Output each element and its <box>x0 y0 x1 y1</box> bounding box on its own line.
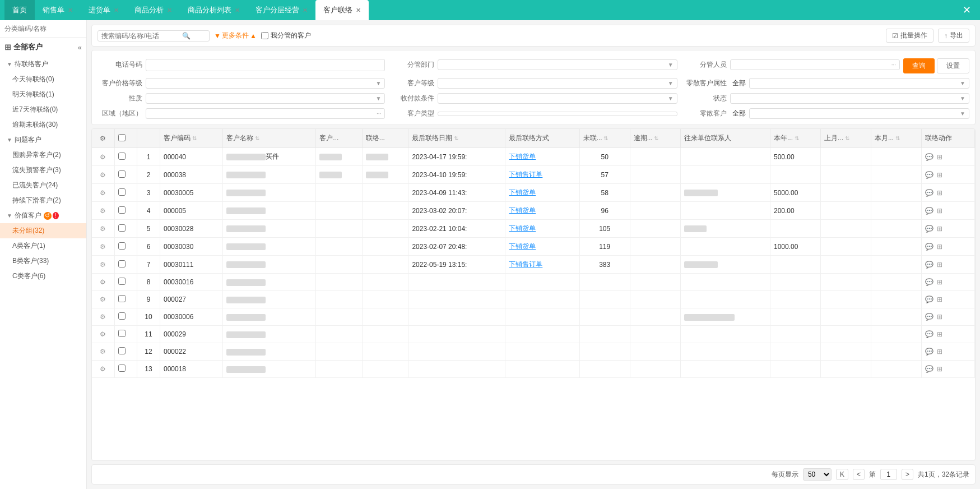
row-settings-icon[interactable]: ⚙ <box>100 207 106 215</box>
settings-icon[interactable]: ⚙ <box>100 135 106 142</box>
row-checkbox[interactable] <box>118 242 126 250</box>
page-number-input[interactable] <box>880 469 897 480</box>
sidebar-item-7days[interactable]: 近7天待联络(0) <box>0 102 86 117</box>
nav-tab-analysis[interactable]: 商品分析 ✕ <box>127 0 180 20</box>
chat-icon[interactable]: 💬 <box>925 313 933 321</box>
close-icon[interactable]: ✕ <box>235 7 240 14</box>
chat-icon[interactable]: 💬 <box>925 296 933 303</box>
row-settings-icon[interactable]: ⚙ <box>100 225 106 233</box>
sidebar-item-overdue[interactable]: 逾期未联络(30) <box>0 117 86 132</box>
nav-tab-analysis-list[interactable]: 商品分析列表 ✕ <box>180 0 248 20</box>
nav-tab-customer-mgmt[interactable]: 客户分层经营 ✕ <box>248 0 315 20</box>
all-customers-header[interactable]: ⊞ 全部客户 « <box>0 38 86 57</box>
name-column[interactable]: 客户名称 <box>222 129 316 148</box>
last-contact-way-column[interactable]: 最后联络方式 <box>505 129 579 148</box>
nav-tab-sales[interactable]: 销售单 ✕ <box>35 0 81 20</box>
search-icon[interactable]: 🔍 <box>182 32 191 40</box>
phone-input[interactable] <box>146 59 385 71</box>
sidebar-search-input[interactable] <box>4 25 87 33</box>
row-checkbox[interactable] <box>118 224 126 232</box>
grid-action-icon[interactable]: ⊞ <box>937 348 942 356</box>
close-icon[interactable]: ✕ <box>68 7 73 14</box>
sidebar-item-class-a[interactable]: A类客户(1) <box>0 238 86 253</box>
search-input[interactable] <box>101 32 180 40</box>
customer-level-select[interactable]: ▼ <box>438 78 677 89</box>
row-checkbox[interactable] <box>118 170 126 178</box>
sidebar-group-problem[interactable]: ▼ 问题客户 <box>0 132 86 147</box>
checkbox-column[interactable] <box>114 129 137 148</box>
grid-action-icon[interactable]: ⊞ <box>937 313 942 321</box>
sidebar-item-class-c[interactable]: C类客户(6) <box>0 269 86 284</box>
grid-action-icon[interactable]: ⊞ <box>937 171 942 179</box>
grid-action-icon[interactable]: ⊞ <box>937 278 942 286</box>
next-page-button[interactable]: > <box>902 469 913 480</box>
close-icon[interactable]: ✕ <box>167 7 172 14</box>
batch-operation-button[interactable]: ☑ 批量操作 <box>886 29 933 43</box>
chat-icon[interactable]: 💬 <box>925 365 933 373</box>
window-close-button[interactable]: ✕ <box>958 4 976 16</box>
last-month-column[interactable]: 上月... <box>820 129 871 148</box>
sidebar-item-declining[interactable]: 持续下滑客户(2) <box>0 193 86 208</box>
row-checkbox[interactable] <box>118 347 126 354</box>
dept-select[interactable]: ▼ <box>438 59 677 70</box>
contact-way-link[interactable]: 下销货单 <box>509 206 536 214</box>
row-settings-icon[interactable]: ⚙ <box>100 348 106 356</box>
close-icon[interactable]: ✕ <box>303 7 308 14</box>
chat-icon[interactable]: 💬 <box>925 330 933 338</box>
grid-action-icon[interactable]: ⊞ <box>937 225 942 233</box>
row-settings-icon[interactable]: ⚙ <box>100 278 106 286</box>
price-level-select[interactable]: ▼ <box>146 78 385 89</box>
retail-attr-select[interactable]: ▼ <box>749 78 969 89</box>
prev-page-button[interactable]: < <box>853 469 865 480</box>
overdue-column[interactable]: 逾期... <box>630 129 680 148</box>
chat-icon[interactable]: 💬 <box>925 225 933 233</box>
chat-icon[interactable]: 💬 <box>925 153 933 161</box>
row-settings-icon[interactable]: ⚙ <box>100 365 106 373</box>
contact-way-link[interactable]: 下销售订单 <box>509 170 542 178</box>
staff-select[interactable]: ··· <box>730 59 900 70</box>
row-checkbox[interactable] <box>118 278 126 285</box>
region-select[interactable]: ··· <box>146 108 385 119</box>
row-settings-icon[interactable]: ⚙ <box>100 330 106 338</box>
this-year-column[interactable]: 本年... <box>770 129 820 148</box>
grid-action-icon[interactable]: ⊞ <box>937 207 942 215</box>
sidebar-group-pending[interactable]: ▼ 待联络客户 <box>0 57 86 72</box>
row-settings-icon[interactable]: ⚙ <box>100 313 106 321</box>
reset-button[interactable]: 设置 <box>937 58 969 73</box>
not-contact-column[interactable]: 未联... <box>579 129 630 148</box>
search-input-wrapper[interactable]: 🔍 <box>97 30 210 41</box>
chat-icon[interactable]: 💬 <box>925 278 933 286</box>
sidebar-item-abnormal[interactable]: 囤购异常客户(2) <box>0 147 86 163</box>
chat-icon[interactable]: 💬 <box>925 261 933 269</box>
sidebar-item-today[interactable]: 今天待联络(0) <box>0 72 86 87</box>
refresh-icon[interactable]: ↺ <box>44 212 52 220</box>
select-all-checkbox[interactable] <box>118 134 126 141</box>
row-checkbox[interactable] <box>118 295 126 302</box>
chat-icon[interactable]: 💬 <box>925 189 933 197</box>
grid-action-icon[interactable]: ⊞ <box>937 261 942 269</box>
chat-icon[interactable]: 💬 <box>925 348 933 356</box>
row-checkbox[interactable] <box>118 330 126 337</box>
payment-select[interactable]: ▼ <box>438 93 677 104</box>
sidebar-item-class-b[interactable]: B类客户(33) <box>0 253 86 269</box>
grid-action-icon[interactable]: ⊞ <box>937 296 942 303</box>
close-icon[interactable]: ✕ <box>356 7 361 14</box>
row-settings-icon[interactable]: ⚙ <box>100 296 106 303</box>
nav-tab-home[interactable]: 首页 <box>4 0 35 20</box>
unit-contact-column[interactable]: 往来单位联系人 <box>680 129 770 148</box>
sidebar-search-bar[interactable]: 🔍 <box>0 20 86 38</box>
row-checkbox[interactable] <box>118 153 126 160</box>
grid-action-icon[interactable]: ⊞ <box>937 365 942 373</box>
chat-icon[interactable]: 💬 <box>925 207 933 215</box>
contact-column[interactable]: 联络... <box>362 129 408 148</box>
row-settings-icon[interactable]: ⚙ <box>100 189 106 197</box>
sidebar-item-tomorrow[interactable]: 明天待联络(1) <box>0 87 86 102</box>
code-column[interactable]: 客户编码 <box>160 129 223 148</box>
row-checkbox[interactable] <box>118 260 126 267</box>
query-button[interactable]: 查询 <box>903 58 935 73</box>
sidebar-group-value[interactable]: ▼ 价值客户 ↺ ! <box>0 208 86 223</box>
last-contact-date-column[interactable]: 最后联络日期 <box>408 129 505 148</box>
my-customers-checkbox[interactable]: 我分管的客户 <box>261 31 311 40</box>
grid-action-icon[interactable]: ⊞ <box>937 153 942 161</box>
more-conditions-btn[interactable]: ▼ 更多条件 ▲ <box>214 31 257 40</box>
